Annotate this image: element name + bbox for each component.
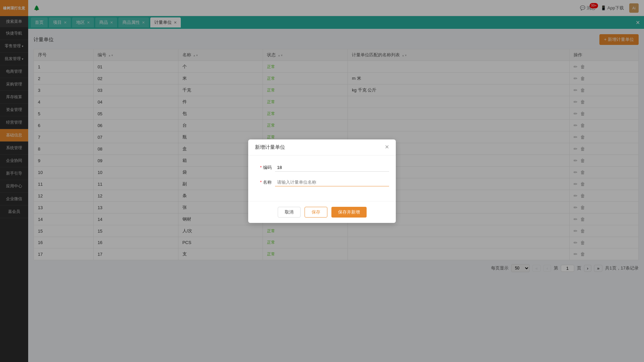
modal-close-button[interactable]: ✕ [385,144,389,150]
code-form-row: 编码 [255,164,389,172]
code-label: 编码 [255,165,275,171]
modal-body: 编码 名称 [248,156,396,201]
modal-footer: 取消 保存 保存并新增 [248,201,396,223]
cancel-button[interactable]: 取消 [278,207,301,218]
add-unit-modal: 新增计量单位 ✕ 编码 名称 取消 保存 保存并新增 [248,139,396,223]
name-form-row: 名称 [255,178,389,186]
modal-title: 新增计量单位 [255,144,285,150]
modal-header: 新增计量单位 ✕ [248,139,396,156]
name-label: 名称 [255,179,275,185]
save-button[interactable]: 保存 [305,207,327,218]
code-input[interactable] [275,164,389,172]
modal-overlay[interactable]: 新增计量单位 ✕ 编码 名称 取消 保存 保存并新增 [0,0,644,362]
save-and-new-button[interactable]: 保存并新增 [331,207,367,218]
name-input[interactable] [275,178,389,186]
